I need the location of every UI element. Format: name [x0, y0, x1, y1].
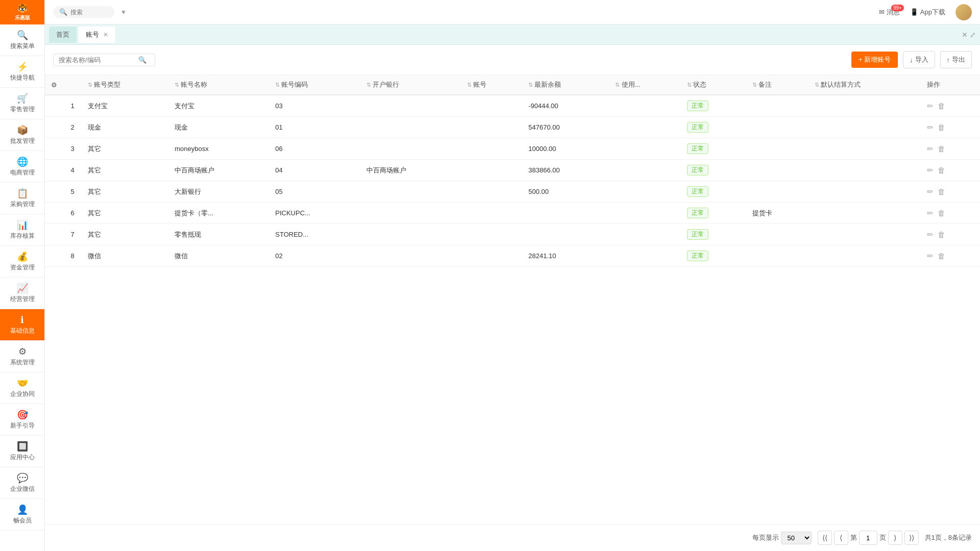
row-code: 06: [269, 138, 360, 160]
col-settings[interactable]: ⚙: [45, 75, 63, 95]
col-balance[interactable]: 最新余额: [522, 75, 609, 95]
logo-icon: 🐯: [17, 4, 28, 13]
sidebar-item-inventory-calc[interactable]: 📊 库存核算: [0, 214, 44, 246]
tab-close-all-icon[interactable]: ✕: [962, 31, 968, 39]
page-first-button[interactable]: ⟨⟨: [818, 531, 832, 545]
sidebar-item-label: 基础信息: [10, 327, 35, 335]
row-actions: ✏ 🗑: [921, 160, 980, 181]
sidebar-item-finance-mgmt[interactable]: 💰 资金管理: [0, 246, 44, 278]
page-next-button[interactable]: ⟩: [888, 531, 902, 545]
edit-icon[interactable]: ✏: [927, 144, 934, 154]
logo-subtitle: 乐惠版: [15, 14, 30, 21]
accounts-table: ⚙ 账号类型 账号名称 账号编码 开户银行 账号 最新余额 使用... 状态 备…: [45, 75, 980, 267]
col-bank[interactable]: 开户银行: [360, 75, 461, 95]
row-bank: [360, 95, 461, 117]
row-default-payment: [808, 203, 921, 224]
row-no: 5: [63, 181, 82, 203]
page-input[interactable]: [859, 531, 877, 545]
tab-maximize-icon[interactable]: ⤢: [970, 31, 976, 39]
col-name[interactable]: 账号名称: [168, 75, 269, 95]
page-prev-button[interactable]: ⟨: [834, 531, 848, 545]
add-account-button[interactable]: + 新增账号: [851, 52, 898, 68]
row-type: 其它: [82, 160, 168, 181]
row-balance: -90444.00: [522, 95, 609, 117]
app-download-button[interactable]: 📱 App下载: [910, 8, 945, 17]
message-button[interactable]: ✉ 消息 99+: [879, 8, 900, 17]
row-name: 支付宝: [168, 95, 269, 117]
row-status: 正常: [681, 203, 746, 224]
delete-icon[interactable]: 🗑: [938, 166, 945, 174]
row-status: 正常: [681, 181, 746, 203]
sidebar-item-retail-mgmt[interactable]: 🛒 零售管理: [0, 88, 44, 119]
sidebar-item-search-menu[interactable]: 🔍 搜索菜单: [0, 24, 44, 56]
col-account[interactable]: 账号: [461, 75, 522, 95]
delete-icon[interactable]: 🗑: [938, 230, 945, 239]
edit-icon[interactable]: ✏: [927, 252, 934, 261]
col-code[interactable]: 账号编码: [269, 75, 360, 95]
tab-account-close[interactable]: ✕: [103, 31, 108, 38]
col-status[interactable]: 状态: [681, 75, 746, 95]
sidebar-item-member[interactable]: 👤 畅会员: [0, 499, 44, 531]
per-page-selector: 每页显示 50 100 200: [752, 532, 812, 544]
sidebar-item-system-mgmt[interactable]: ⚙ 系统管理: [0, 341, 44, 372]
sidebar-item-quick-nav[interactable]: ⚡ 快捷导航: [0, 56, 44, 88]
row-bank: [360, 245, 461, 267]
col-remark[interactable]: 备注: [746, 75, 808, 95]
header-search[interactable]: 🔍: [53, 6, 114, 18]
delete-icon[interactable]: 🗑: [938, 209, 945, 217]
delete-icon[interactable]: 🗑: [938, 144, 945, 153]
sidebar-item-purchase-mgmt[interactable]: 📋 采购管理: [0, 183, 44, 214]
row-balance: 500.00: [522, 181, 609, 203]
purchase-mgmt-icon: 📋: [17, 188, 28, 199]
row-account: [461, 224, 522, 245]
tab-account-label: 账号: [86, 30, 99, 39]
row-status: 正常: [681, 95, 746, 117]
header-search-input[interactable]: [70, 9, 111, 16]
member-icon: 👤: [17, 504, 28, 515]
delete-icon[interactable]: 🗑: [938, 123, 945, 132]
delete-icon[interactable]: 🗑: [938, 252, 945, 260]
table-row: 8 微信 微信 02 28241.10 正常 ✏ 🗑: [45, 245, 980, 267]
sidebar-item-enterprise-wechat[interactable]: 💬 企业微信: [0, 467, 44, 499]
per-page-select[interactable]: 50 100 200: [781, 532, 812, 544]
sidebar-item-operation-mgmt[interactable]: 📈 经营管理: [0, 278, 44, 309]
delete-icon[interactable]: 🗑: [938, 187, 945, 196]
tab-account[interactable]: 账号 ✕: [79, 27, 115, 43]
edit-icon[interactable]: ✏: [927, 187, 934, 196]
row-no: 6: [63, 203, 82, 224]
sidebar-item-beginner-guide[interactable]: 🎯 新手引导: [0, 404, 44, 436]
table-row: 1 支付宝 支付宝 03 -90444.00 正常 ✏ 🗑: [45, 95, 980, 117]
sidebar-item-enterprise-agreement[interactable]: 🤝 企业协同: [0, 372, 44, 404]
row-actions: ✏ 🗑: [921, 181, 980, 203]
page-last-button[interactable]: ⟩⟩: [904, 531, 919, 545]
export-button[interactable]: ↑ 导出: [940, 51, 972, 68]
col-default-payment[interactable]: 默认结算方式: [808, 75, 921, 95]
sidebar-item-app-center[interactable]: 🔲 应用中心: [0, 436, 44, 467]
edit-icon[interactable]: ✏: [927, 123, 934, 132]
table-row: 5 其它 大新银行 05 500.00 正常 ✏ 🗑: [45, 181, 980, 203]
edit-icon[interactable]: ✏: [927, 230, 934, 239]
row-remark: [746, 117, 808, 138]
user-avatar[interactable]: [955, 4, 972, 20]
edit-icon[interactable]: ✏: [927, 166, 934, 175]
sidebar-item-ecommerce-mgmt[interactable]: 🌐 电商管理: [0, 151, 44, 183]
edit-icon[interactable]: ✏: [927, 102, 934, 111]
sidebar-item-label: 电商管理: [10, 168, 35, 177]
basic-info-icon: ℹ: [20, 314, 24, 325]
col-type[interactable]: 账号类型: [82, 75, 168, 95]
edit-icon[interactable]: ✏: [927, 209, 934, 218]
row-code: PICKUPC...: [269, 203, 360, 224]
row-no: 8: [63, 245, 82, 267]
row-settings-icon: [45, 160, 63, 181]
search-input[interactable]: [59, 56, 135, 64]
sidebar-item-basic-info[interactable]: ℹ 基础信息: [0, 309, 44, 341]
search-box[interactable]: 🔍: [53, 54, 155, 66]
col-use[interactable]: 使用...: [609, 75, 681, 95]
delete-icon[interactable]: 🗑: [938, 102, 945, 110]
tab-home[interactable]: 首页: [49, 27, 77, 43]
sidebar-item-wholesale-mgmt[interactable]: 📦 批发管理: [0, 119, 44, 151]
sidebar-item-label: 搜索菜单: [10, 42, 35, 51]
row-type: 其它: [82, 138, 168, 160]
row-account: [461, 203, 522, 224]
import-button[interactable]: ↓ 导入: [903, 51, 935, 68]
